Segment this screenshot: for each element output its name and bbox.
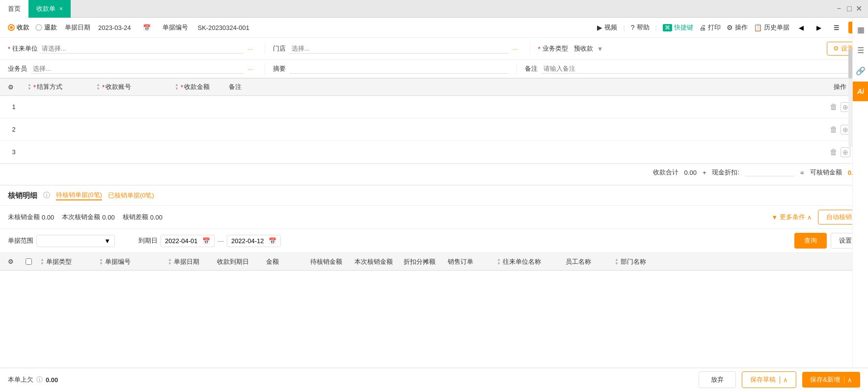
select-all-checkbox[interactable] [26, 258, 32, 265]
bth-employee[interactable]: 员工名称 [562, 257, 611, 266]
divider-1 [265, 43, 265, 55]
bth-gear[interactable]: ⚙ [4, 258, 22, 265]
col-pending-label: 待核销金额 [310, 257, 342, 266]
bth-pending[interactable]: 待核销金额 [306, 257, 351, 266]
equals-sign: = [800, 169, 804, 176]
scrollbar-track[interactable] [848, 49, 852, 147]
tab-close-icon[interactable]: × [59, 5, 63, 12]
bth-writeoff[interactable]: 本次核销金额 [351, 257, 400, 266]
receipt-refund-radio: 收款 退款 [8, 23, 57, 32]
range-label: 单据范围 [8, 236, 33, 245]
form-row-1: * 往来单位 ··· 门店 ··· * 业务类型 预收款 ▼ ⚙ 设置 [0, 38, 868, 60]
toolbar-row: 收款 退款 单据日期 2023-03-24 📅 单据编号 SK-20230324… [0, 18, 868, 38]
per-order-info-icon[interactable]: ⓘ [36, 375, 43, 384]
draft-label: 保存草稿 [750, 375, 776, 384]
current-value: 0.00 [102, 214, 114, 221]
range-select[interactable]: ▼ [36, 235, 115, 247]
draft-dropdown-icon[interactable]: ∧ [780, 376, 788, 384]
row-2-delete-btn[interactable]: 🗑 [830, 125, 838, 134]
summary-input[interactable] [290, 64, 509, 74]
col-amount-label: 金额 [266, 257, 279, 266]
th-amount[interactable]: ▲▼ * 收款金额 [171, 83, 225, 91]
cal-from-icon: 📅 [202, 237, 210, 245]
bth-date[interactable]: ▲▼ 单据日期 [164, 257, 213, 266]
bth-amount[interactable]: 金额 [262, 257, 306, 266]
bth-company[interactable]: ▲▼ 往来单位名称 [493, 257, 562, 266]
operations-btn[interactable]: ⚙ 操作 [727, 23, 748, 32]
radio-receipt[interactable]: 收款 [8, 23, 29, 32]
calendar-icon[interactable]: 📅 [143, 24, 151, 31]
business-type-field: * 业务类型 预收款 ▼ [538, 44, 827, 53]
save-new-btn[interactable]: 保存&新增 ∧ [802, 372, 860, 388]
bth-check[interactable] [22, 258, 36, 265]
bottom-gear-icon: ⚙ [8, 258, 14, 265]
store-more-btn[interactable]: ··· [509, 45, 522, 53]
employee-field: 业务员 [8, 64, 244, 74]
bth-discount[interactable]: 折扣分摊额 [400, 257, 444, 266]
radio-receipt-label: 收款 [17, 23, 29, 32]
print-btn[interactable]: 🖨 打印 [699, 23, 721, 32]
completed-tab-link[interactable]: 已核销单据(0笔) [108, 191, 154, 200]
video-btn[interactable]: ▶ 视频 [597, 23, 617, 32]
sidebar-list-icon[interactable]: ☰ [853, 40, 868, 60]
writeoff-title: 核销明细 [8, 191, 37, 200]
sidebar-attachment-icon[interactable]: 🔗 [853, 61, 868, 81]
notes-input[interactable] [542, 64, 860, 74]
save-new-dropdown-icon[interactable]: ∧ [844, 376, 852, 384]
more-conditions-label: 更多条件 [780, 213, 805, 222]
bth-type[interactable]: ▲▼ 单据类型 [36, 257, 95, 266]
help-btn[interactable]: ? 帮助 [631, 23, 650, 32]
row-3-delete-btn[interactable]: 🗑 [830, 148, 838, 157]
window-controls: － □ ✕ [835, 3, 868, 14]
date-from-input[interactable]: 2022-04-01 📅 [161, 235, 215, 247]
row-3-copy-btn[interactable]: ⊕ [841, 147, 850, 157]
row-1-delete-btn[interactable]: 🗑 [830, 103, 838, 112]
date-to-input[interactable]: 2022-04-12 📅 [227, 235, 281, 247]
query-btn[interactable]: 查询 [794, 233, 827, 249]
bth-number[interactable]: ▲▼ 单据编号 [95, 257, 164, 266]
close-btn[interactable]: ✕ [856, 4, 862, 13]
col-company-label: 往来单位名称 [503, 257, 541, 266]
radio-refund[interactable]: 退款 [35, 23, 57, 32]
bth-dept[interactable]: ▲▼ 部门名称 [611, 257, 660, 266]
shortcut-label: 快捷键 [674, 23, 693, 32]
date-range: 2022-04-01 📅 — 2022-04-12 📅 [161, 235, 281, 247]
store-input[interactable] [290, 44, 509, 54]
per-order-label: 本单上欠 [8, 375, 33, 384]
bth-duedate[interactable]: 收款到期日 [213, 257, 262, 266]
th-settlement[interactable]: ▲▼ * 结算方式 [24, 83, 92, 91]
discard-btn[interactable]: 放弃 [699, 371, 736, 388]
sidebar-ai-icon[interactable]: Ai [853, 82, 868, 101]
more-conditions-btn[interactable]: ▼ 更多条件 ∧ [771, 213, 812, 222]
table-row: 1 🗑 ⊕ [0, 96, 868, 118]
table-row: 3 🗑 ⊕ [0, 141, 868, 164]
tab-receipt[interactable]: 收款单 × [28, 0, 71, 18]
employee-more-btn[interactable]: ··· [244, 65, 257, 73]
discount-input[interactable] [745, 168, 794, 176]
minimize-btn[interactable]: － [835, 3, 843, 14]
prev-btn[interactable]: ◀ [795, 22, 807, 33]
maximize-btn[interactable]: □ [847, 4, 852, 13]
writeoff-info-icon[interactable]: ⓘ [43, 191, 50, 200]
layout-btn[interactable]: ☰ [831, 22, 842, 33]
history-btn[interactable]: 📋 历史单据 [754, 23, 789, 32]
th-account[interactable]: ▲▼ * 收款账号 [92, 83, 171, 91]
employee-input[interactable] [31, 64, 244, 74]
table-section: ⚙ ▲▼ * 结算方式 ▲▼ * 收款账号 ▲▼ * 收款金额 备注 操作 [0, 78, 868, 164]
duedate-label: 到期日 [138, 236, 158, 245]
draft-btn[interactable]: 保存草稿 ∧ [742, 371, 796, 388]
partner-more-btn[interactable]: ··· [244, 45, 257, 53]
bth-order[interactable]: 销售订单 [444, 257, 493, 266]
pending-tab-link[interactable]: 待核销单据(0笔) [56, 191, 102, 200]
tab-home[interactable]: 首页 [0, 0, 28, 18]
business-dropdown-icon[interactable]: ▼ [597, 45, 603, 53]
th-gear[interactable]: ⚙ [4, 84, 24, 91]
scrollbar-thumb[interactable] [848, 49, 852, 79]
col-writeoff-label: 本次核销金额 [354, 257, 393, 266]
radio-refund-label: 退款 [44, 23, 57, 32]
next-btn[interactable]: ▶ [813, 22, 825, 33]
partner-input[interactable] [40, 44, 244, 54]
shortcut-btn[interactable]: ⌘ 快捷键 [663, 23, 693, 32]
sidebar-table-icon[interactable]: ▦ [853, 20, 868, 39]
plus-sign: + [703, 169, 706, 176]
